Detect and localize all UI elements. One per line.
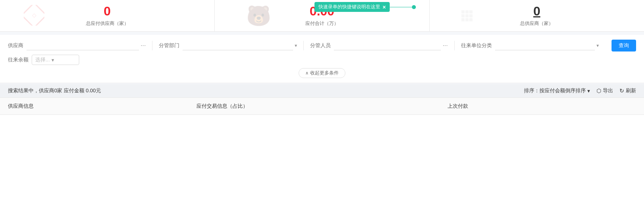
svg-text:◇: ◇ (32, 11, 36, 18)
supplier-input[interactable] (27, 41, 139, 50)
department-input[interactable] (183, 41, 293, 50)
tooltip-dot (412, 5, 416, 9)
export-label: 导出 (603, 87, 613, 94)
col-last-payment: 上次付款 (448, 103, 636, 110)
bear-icon: 🐻 (246, 4, 271, 27)
results-actions: 排序：按应付会额倒序排序 ▾ ⬡ 导出 ↻ 刷新 (524, 87, 636, 94)
department-chevron[interactable]: ▾ (295, 43, 297, 48)
collapse-label: 收起更多条件 (310, 70, 339, 76)
stats-bar: ◇ 0 总应付供应商（家） 快速录单的快捷键说明在这里 × 🐻 0.00 应付合… (0, 0, 644, 32)
balance-chevron: ▾ (51, 57, 54, 63)
col-supplier-info: 供应商信息 (8, 103, 196, 110)
quick-shortcut-tooltip: 快速录单的快捷键说明在这里 × (314, 2, 390, 12)
unit-category-filter: 往来单位分类 ▾ (455, 41, 605, 50)
col-payable-transaction: 应付交易信息（占比） (196, 103, 448, 110)
sort-label: 排序：按应付会额倒序排序 (524, 87, 586, 94)
collapse-button[interactable]: ∧ 收起更多条件 (299, 68, 345, 78)
supplier-dots[interactable]: ··· (141, 42, 146, 49)
stat-total-suppliers: 0 总供应商（家） (430, 0, 644, 31)
manager-label: 分管人员 (310, 42, 331, 49)
query-button[interactable]: 查询 (612, 40, 636, 51)
stat-payable-total: 快速录单的快捷键说明在这里 × 🐻 0.00 应付合计（万） (215, 0, 429, 31)
manager-input[interactable] (334, 41, 441, 50)
table-section: 供应商信息 应付交易信息（占比） 上次付款 (0, 98, 644, 204)
refresh-button[interactable]: ↻ 刷新 (619, 87, 636, 94)
grid-icon (461, 10, 473, 21)
total-payable-suppliers-label: 总应付供应商（家） (86, 20, 129, 27)
total-suppliers-number: 0 (533, 4, 540, 18)
supplier-label: 供应商 (8, 42, 23, 49)
unit-category-label: 往来单位分类 (461, 42, 492, 49)
filter-row-1: 供应商 ··· 分管部门 ▾ 分管人员 ··· 往来单位分类 ▾ 查询 (8, 40, 636, 51)
refresh-label: 刷新 (626, 87, 636, 94)
export-button[interactable]: ⬡ 导出 (596, 87, 613, 94)
results-bar: 搜索结果中，供应商0家 应付金额 0.00元 排序：按应付会额倒序排序 ▾ ⬡ … (0, 84, 644, 98)
department-filter: 分管部门 ▾ (152, 41, 303, 50)
export-icon: ⬡ (596, 88, 601, 94)
balance-placeholder: 选择... (35, 56, 50, 63)
supplier-filter: 供应商 ··· (8, 41, 152, 50)
table-header: 供应商信息 应付交易信息（占比） 上次付款 (0, 98, 644, 115)
results-info: 搜索结果中，供应商0家 应付金额 0.00元 (8, 87, 101, 94)
collapse-up-icon: ∧ (305, 71, 309, 76)
tooltip-text: 快速录单的快捷键说明在这里 (318, 4, 380, 10)
sort-dropdown[interactable]: 排序：按应付会额倒序排序 ▾ (524, 87, 590, 94)
filter-section: 供应商 ··· 分管部门 ▾ 分管人员 ··· 往来单位分类 ▾ 查询 往来余 (0, 35, 644, 83)
stat-total-payable-suppliers: ◇ 0 总应付供应商（家） (0, 0, 215, 31)
unit-category-chevron[interactable]: ▾ (596, 43, 599, 48)
balance-label: 往来余额 (8, 56, 29, 63)
filter-row-2: 往来余额 选择... ▾ (8, 55, 636, 65)
payable-total-label: 应付合计（万） (305, 20, 339, 27)
collapse-section: ∧ 收起更多条件 (8, 68, 636, 78)
sort-chevron: ▾ (587, 88, 590, 94)
manager-filter: 分管人员 ··· (304, 41, 455, 50)
total-payable-suppliers-number: 0 (104, 4, 111, 18)
table-body (0, 115, 644, 204)
unit-category-input[interactable] (495, 41, 595, 50)
department-label: 分管部门 (159, 42, 179, 49)
balance-select[interactable]: 选择... ▾ (32, 55, 79, 65)
total-suppliers-label: 总供应商（家） (520, 20, 553, 27)
manager-dots[interactable]: ··· (442, 42, 448, 49)
tooltip-close-btn[interactable]: × (383, 4, 386, 10)
balance-filter: 往来余额 选择... ▾ (8, 55, 86, 65)
refresh-icon: ↻ (619, 88, 624, 94)
